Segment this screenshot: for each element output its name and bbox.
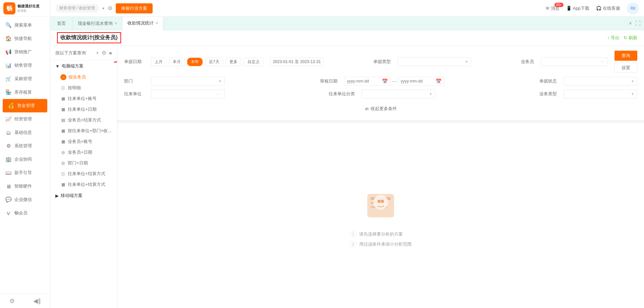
doc-type-select[interactable]: ▾: [397, 57, 471, 66]
scheme-item-4[interactable]: ▤ 业务员+结算方式: [50, 115, 117, 125]
message-icon: ✉: [546, 6, 549, 11]
sidebar-item-marketing[interactable]: 📢 营销推广: [0, 45, 50, 59]
desktop-scheme-group: ▼ 电脑端方案 ○ 按业务员 ㊂ 按明细 ▦ 往来单位+账号: [50, 60, 117, 190]
dept-dropdown-icon: ▾: [219, 79, 221, 84]
empty-tip-1: 1 请先选择要分析的方案: [350, 231, 412, 238]
tab-home[interactable]: 首页: [50, 17, 73, 30]
sidebar-item-basic[interactable]: 🗂 基础信息: [0, 126, 50, 139]
collapse-panel-icon[interactable]: «: [109, 50, 112, 56]
finance-icon: 💰: [8, 102, 14, 109]
scheme-item-6[interactable]: ▦ 业务员+账号: [50, 136, 117, 147]
salesman-select[interactable]: ···: [541, 57, 608, 66]
doc-type-dropdown-icon: ▾: [466, 59, 468, 64]
sidebar-item-finance[interactable]: 💰 资金管理: [3, 99, 47, 112]
scheme-item-8[interactable]: ◎ 部门+日期: [50, 158, 117, 168]
collapse-sidebar-icon[interactable]: ◀‖: [33, 297, 41, 305]
audit-date-to[interactable]: 📅: [398, 77, 444, 86]
collapse-conditions-button[interactable]: ∧ ∧ 收起更多条件: [124, 102, 637, 115]
mobile-group-header[interactable]: ▶ 移动端方案: [50, 190, 117, 201]
audit-date-from[interactable]: 📅: [344, 77, 391, 86]
export-button[interactable]: ↑ 导出: [607, 35, 620, 41]
scheme-item-1[interactable]: ㊂ 按明细: [50, 83, 117, 93]
tab-receipts-close[interactable]: ×: [156, 21, 158, 25]
sidebar-item-hardware[interactable]: 🖥 智能硬件: [0, 179, 50, 193]
query-button[interactable]: 查询: [614, 51, 637, 61]
settings-bottom-icon[interactable]: ⚙: [9, 297, 15, 305]
panel-title: 按以下方案查询: [55, 50, 86, 56]
svg-point-7: [381, 200, 384, 203]
biz-type-select[interactable]: ▾: [564, 90, 637, 98]
calendar-to-icon[interactable]: 📅: [436, 79, 441, 84]
sales-icon: 📊: [5, 62, 12, 69]
date-btn-custom[interactable]: 自定义: [244, 58, 263, 66]
header-gear-icon[interactable]: ⚙: [108, 5, 112, 11]
tab-cashflow-close[interactable]: ×: [115, 21, 117, 26]
sidebar-item-system[interactable]: ⚙ 系统管理: [0, 139, 50, 153]
date-btn-this-year[interactable]: 本年: [187, 58, 203, 66]
avatar[interactable]: Rit: [627, 2, 639, 14]
desktop-group-header[interactable]: ▼ 电脑端方案: [50, 60, 117, 72]
scheme-icon-9: ㊂: [60, 171, 66, 176]
scheme-item-3[interactable]: ▦ 往来单位+日期: [50, 104, 117, 115]
scheme-icon-8: ◎: [60, 160, 66, 166]
scheme-item-2[interactable]: ▦ 往来单位+账号: [50, 93, 117, 104]
refresh-button[interactable]: ↻ 刷新: [624, 35, 637, 41]
tab-bar-right: × ⛶: [629, 20, 644, 27]
scheme-item-0[interactable]: ○ 按业务员: [50, 72, 117, 83]
sidebar-item-enterprise[interactable]: 🏢 企业协同: [0, 153, 50, 166]
audit-date-to-input[interactable]: [401, 79, 434, 84]
scheme-icon-3: ▦: [60, 107, 66, 112]
scheme-item-9[interactable]: ㊂ 往来单位+结算方式: [50, 168, 117, 179]
scheme-icon-5: ▦: [60, 128, 66, 134]
calendar-from-icon[interactable]: 📅: [382, 79, 388, 84]
enterprise-icon: 🏢: [5, 156, 12, 163]
dept-select[interactable]: ▾: [151, 77, 225, 86]
scheme-item-7[interactable]: ◎ 业务员+日期: [50, 147, 117, 158]
sidebar-item-search[interactable]: 🔍 搜索菜单: [0, 18, 50, 32]
add-scheme-button[interactable]: +: [96, 50, 99, 56]
tab-bar: 首页 现金银行流水查询 × 收款情况统计 × × ⛶: [50, 17, 644, 30]
scheme-item-10[interactable]: ▦ 往来单位+结算方式: [50, 179, 117, 190]
scheme-icon-4: ▤: [60, 117, 66, 123]
system-icon: ⚙: [5, 143, 12, 149]
active-scheme-icon: ○: [60, 74, 66, 80]
breadcrumb-dropdown-icon[interactable]: ▾: [102, 6, 104, 11]
messages-button[interactable]: ✉ 消息 99+: [546, 5, 559, 11]
date-label: 单据日期: [124, 59, 144, 65]
scheme-item-5[interactable]: ▦ 按往来单位+部门+收...: [50, 125, 117, 136]
audit-date-from-input[interactable]: [347, 79, 381, 84]
sidebar-item-wechat[interactable]: 💬 企业微信: [0, 193, 50, 206]
window-close-icon[interactable]: ×: [629, 20, 632, 27]
sidebar-item-operations[interactable]: 📈 经营管理: [0, 112, 50, 126]
app-download-button[interactable]: 📱 App下载: [566, 5, 589, 11]
main-area: 财务管理 / 收款管理 ▾ ⚙ 体验行业方案 ✉ 消息 99+ 📱 App下载 …: [50, 0, 644, 308]
sidebar-item-inventory[interactable]: 🏪 库存核算: [0, 86, 50, 99]
header-left: 财务管理 / 收款管理 ▾ ⚙ 体验行业方案: [55, 3, 153, 13]
tab-receipts[interactable]: 收款情况统计 ×: [122, 17, 163, 30]
scheme-settings-icon[interactable]: ⚙: [102, 50, 106, 56]
doc-status-dropdown-icon: ▾: [632, 79, 634, 84]
sidebar-item-purchase[interactable]: 🛒 采购管理: [0, 72, 50, 86]
scheme-icon-7: ◎: [60, 150, 66, 155]
sidebar-item-guide[interactable]: 📖 新手引导: [0, 166, 50, 179]
date-btn-more[interactable]: 更多: [226, 58, 241, 66]
counterparty-select[interactable]: ···: [151, 90, 225, 98]
online-service-button[interactable]: 🎧 在线客服: [596, 5, 620, 11]
filter-row-3: 往来单位 ··· 往来单位分类 ▾ 业务类型 ▾: [124, 90, 637, 98]
counterparty-type-select[interactable]: ▾: [362, 90, 435, 98]
scheme-section: ▼ 电脑端方案 ○ 按业务员 ㊂ 按明细 ▦ 往来单位+账号: [50, 60, 117, 201]
date-btn-this-month[interactable]: 本月: [169, 58, 184, 66]
tab-cashflow[interactable]: 现金银行流水查询 ×: [73, 17, 122, 30]
window-maximize-icon[interactable]: ⛶: [635, 20, 641, 27]
date-btn-7days[interactable]: 近7天: [205, 58, 223, 66]
settings-button[interactable]: 设置: [614, 63, 637, 73]
empty-illustration: [361, 184, 401, 224]
trial-button[interactable]: 体验行业方案: [116, 3, 153, 13]
audit-date-label: 审核日期: [320, 78, 337, 84]
sidebar-item-member[interactable]: V 畅会员: [0, 206, 50, 220]
date-btn-last-month[interactable]: 上月: [151, 58, 166, 66]
sidebar-item-sales[interactable]: 📊 销售管理: [0, 59, 50, 72]
sidebar-item-quicknav[interactable]: 🏠 快捷导航: [0, 32, 50, 45]
left-panel: 按以下方案查询 + ⚙ «: [50, 46, 117, 308]
doc-status-select[interactable]: ▾: [564, 77, 637, 86]
